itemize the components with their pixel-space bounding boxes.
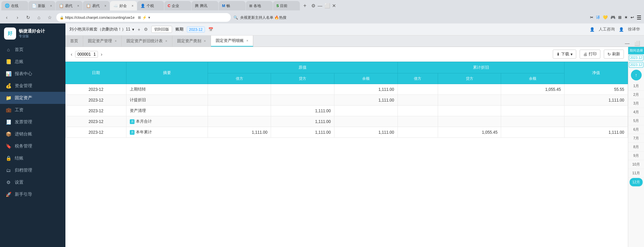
period-month-item[interactable]: 3月	[628, 99, 644, 108]
cell-date: 2023-12	[66, 106, 126, 116]
app-tab-home[interactable]: 首页	[65, 36, 83, 47]
sidebar-item-settings[interactable]: ⚙ 设置	[0, 176, 65, 188]
download-button[interactable]: ⬇ 下载 ▾	[553, 50, 576, 59]
browser-tab-8[interactable]: 腾 腾讯	[192, 1, 218, 10]
content-area: ‹ 000001 1 › ⬇ 下载 ▾	[65, 47, 644, 247]
period-month-item[interactable]: 10月	[628, 160, 644, 169]
browser-tab-7[interactable]: C 企业	[164, 1, 191, 10]
browser-tab-6[interactable]: 👤 个税	[137, 1, 164, 10]
tab-maximize-icon[interactable]: ⬜	[633, 40, 641, 47]
back-button[interactable]: ‹	[3, 13, 11, 21]
browser-tab-5[interactable]: ☁️ 好会 ×	[110, 1, 137, 10]
app-tab-close-3[interactable]: ×	[204, 39, 206, 43]
sidebar-item-salary[interactable]: 💼 工资	[0, 104, 65, 116]
app-tab-category[interactable]: 固定资产类别 ×	[172, 36, 211, 47]
sidebar-item-guide[interactable]: 🚀 新手引导	[0, 188, 65, 200]
browser-tab-2[interactable]: 📄 新版 ×	[29, 1, 55, 10]
period-month-item[interactable]: 11月	[628, 169, 644, 178]
tab-favicon-6: 👤	[141, 4, 145, 8]
sidebar-item-report[interactable]: 📊 报表中心	[0, 68, 65, 80]
app-tab-fixed-mgmt[interactable]: 固定资产管理 ×	[83, 36, 122, 47]
calendar-icon[interactable]: 📅	[208, 27, 213, 32]
sidebar-item-stock[interactable]: 📦 进销台账	[0, 128, 65, 140]
cell-dep-credit	[438, 84, 501, 95]
period-month-item[interactable]: 5月	[628, 117, 644, 125]
sidebar-item-ledger[interactable]: 📒 总账	[0, 56, 65, 68]
sidebar-item-home[interactable]: ⌂ 首页	[0, 44, 65, 56]
sidebar-item-fund[interactable]: 💰 资金管理	[0, 80, 65, 92]
app-tab-close-4[interactable]: ×	[247, 39, 249, 43]
tab-close-5[interactable]: ×	[131, 4, 133, 8]
refresh-button[interactable]: ↻	[24, 13, 32, 21]
user-name[interactable]: 徐译华	[628, 26, 640, 32]
cell-summary: 资产清理	[126, 106, 208, 116]
dropdown-icon[interactable]: ▾	[148, 15, 150, 20]
add-company-button[interactable]: +	[138, 27, 140, 32]
browser-close-icon[interactable]: ✕	[332, 3, 336, 8]
switch-version-button[interactable]: 切到旧版	[151, 26, 172, 33]
cell-summary: 月本月合计	[126, 116, 208, 127]
print-button[interactable]: 🖨 打印	[580, 50, 600, 59]
sidebar-item-invoice[interactable]: 🧾 发票管理	[0, 116, 65, 128]
browser-tab-3[interactable]: 📋 易代 ×	[56, 1, 83, 10]
prev-page-button[interactable]: ‹	[69, 51, 74, 58]
app-tab-label-fixed-mgmt: 固定资产管理	[88, 38, 112, 44]
refresh-table-button[interactable]: ↻ 刷新	[604, 50, 624, 59]
address-input[interactable]: 🔒 https://cloud.chanjet.com/accounting/u…	[56, 13, 231, 22]
next-page-button[interactable]: ›	[99, 51, 104, 58]
period-month-item[interactable]: 2月	[628, 90, 644, 99]
wallet-icon[interactable]: 💛	[603, 15, 608, 20]
app-tab-detail-ledger[interactable]: 固定资产明细账 ×	[211, 36, 254, 47]
bookmark-button[interactable]: ☆	[46, 13, 54, 21]
tab-close-4[interactable]: ×	[104, 4, 106, 8]
period-panel: 期间选择 2023.12 2023.12 ↑ 1月2月3月4月5月6月7月8月9…	[628, 47, 644, 247]
grid-icon[interactable]: ⊞	[618, 15, 622, 20]
help-button[interactable]: 人工咨询	[599, 26, 615, 32]
tab-label-5: 好会	[119, 3, 127, 8]
sidebar-item-close[interactable]: 🔒 结账	[0, 152, 65, 164]
period-month-item[interactable]: 12月	[630, 178, 643, 187]
period-month-item[interactable]: 6月	[628, 125, 644, 134]
home-icon: ⌂	[5, 47, 11, 53]
gamepad-icon[interactable]: 🎮	[610, 15, 615, 20]
sidebar-item-fixed[interactable]: 📁 固定资产	[0, 92, 65, 104]
settings-small-icon[interactable]: ⚙	[144, 27, 148, 32]
tab-minimize-icon[interactable]: —	[624, 40, 631, 47]
menu-icon[interactable]: ☰	[637, 14, 641, 21]
period-month-item[interactable]: 7月	[628, 134, 644, 143]
browser-tab-10[interactable]: ⊞ 各地	[246, 1, 273, 10]
app-tab-close-1[interactable]: ×	[115, 39, 117, 43]
period-month-item[interactable]: 8月	[628, 143, 644, 151]
page-number-input[interactable]: 000001	[77, 52, 91, 57]
tab-favicon-3: 📋	[59, 4, 64, 8]
col-summary: 摘要	[126, 62, 208, 84]
app-tab-depreciation[interactable]: 固定资产折旧统计表 ×	[122, 36, 172, 47]
scissors-icon[interactable]: ✂	[590, 15, 593, 20]
tab-close-2[interactable]: ×	[50, 4, 52, 8]
dropdown-company-icon[interactable]: ▾	[132, 27, 134, 32]
tab-label-9: 畅	[226, 3, 230, 8]
sidebar-item-tax[interactable]: 🔖 税务管理	[0, 140, 65, 152]
period-month-item[interactable]: 1月	[628, 82, 644, 90]
app-tab-close-2[interactable]: ×	[165, 39, 167, 43]
tab-favicon-9: M	[222, 4, 225, 8]
browser-tab-1[interactable]: 🌐 在线	[1, 1, 28, 10]
browser-tab-4[interactable]: 📋 易代 ×	[83, 1, 110, 10]
scroll-up-button[interactable]: ↑	[631, 70, 642, 80]
sun-icon[interactable]: ☀	[624, 15, 628, 20]
tab-close-3[interactable]: ×	[77, 4, 79, 8]
user-avatar: 👤	[619, 27, 624, 32]
period-month-item[interactable]: 4月	[628, 108, 644, 117]
browser-tab-9[interactable]: M 畅	[219, 1, 246, 10]
browser-tab-11[interactable]: S 目前	[273, 1, 300, 10]
browser-settings-icon[interactable]: ⚙	[311, 3, 316, 8]
new-tab-button[interactable]: +	[300, 1, 310, 10]
home-button[interactable]: ⌂	[35, 13, 43, 21]
translate-icon[interactable]: 译	[596, 15, 600, 20]
sidebar-item-archive[interactable]: 🗂 归档管理	[0, 164, 65, 176]
browser-minimize-icon[interactable]: —	[318, 3, 322, 8]
forward-button[interactable]: ›	[13, 13, 21, 21]
history-icon[interactable]: ↩	[631, 15, 634, 20]
period-month-item[interactable]: 9月	[628, 151, 644, 160]
browser-maximize-icon[interactable]: ⬜	[324, 3, 330, 8]
